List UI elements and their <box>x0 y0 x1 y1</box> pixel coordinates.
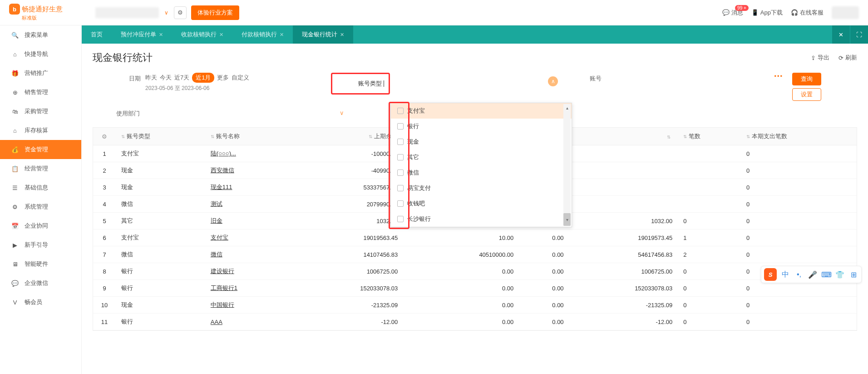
checkbox[interactable] <box>397 216 404 222</box>
account-name-link[interactable]: 微信 <box>211 251 222 258</box>
date-option-2[interactable]: 近7天 <box>174 74 189 82</box>
tab-4[interactable]: 现金银行统计✕ <box>293 25 353 44</box>
checkbox[interactable] <box>397 139 404 145</box>
cell-prev-balance: -10000.00 <box>295 145 404 162</box>
sort-icon[interactable]: ⇅ <box>683 134 687 139</box>
dropdown-option-7[interactable]: 长沙银行 <box>391 211 572 227</box>
tab-2[interactable]: 收款核销执行✕ <box>172 25 232 44</box>
sidebar-item-0[interactable]: 🔍搜索菜单 <box>0 25 81 45</box>
filter-settings-button[interactable]: 设置 <box>792 88 821 101</box>
account-name-link[interactable]: 现金111 <box>211 184 232 190</box>
tab-0[interactable]: 首页 <box>82 25 112 44</box>
ime-toolbar[interactable]: S 中 •, 🎤 ⌨ 👕 ⊞ <box>761 266 862 283</box>
sort-icon[interactable]: ⇅ <box>746 134 750 139</box>
sidebar-item-12[interactable]: 🖥智能硬件 <box>0 254 81 274</box>
date-option-3[interactable]: 近1月 <box>192 73 214 83</box>
sort-icon[interactable]: ⇅ <box>369 134 372 139</box>
checkbox[interactable] <box>397 154 404 160</box>
sidebar-item-13[interactable]: 💬企业微信 <box>0 274 81 293</box>
dept-input[interactable] <box>144 107 335 118</box>
tab-close-icon[interactable]: ✕ <box>159 32 163 38</box>
tab-close-icon[interactable]: ✕ <box>340 32 344 38</box>
sidebar-item-6[interactable]: 💰资金管理 <box>0 140 81 159</box>
column-header-3[interactable]: ⇅上期余额 <box>295 128 404 145</box>
customer-service-link[interactable]: 🎧 在线客服 <box>791 9 824 17</box>
more-filters-button[interactable]: ••• <box>774 73 783 80</box>
column-header-1[interactable]: ⇅账号类型 <box>116 128 205 145</box>
date-option-0[interactable]: 昨天 <box>145 74 157 82</box>
user-avatar-blurred[interactable] <box>832 6 859 19</box>
ime-toolbox-icon[interactable]: ⊞ <box>848 269 858 279</box>
account-name-link[interactable]: 支付宝 <box>211 234 228 241</box>
ime-keyboard-icon[interactable]: ⌨ <box>821 269 831 279</box>
checkbox[interactable] <box>397 108 404 114</box>
ime-punct-icon[interactable]: •, <box>794 269 804 279</box>
table-settings-icon[interactable]: ⚙ <box>102 133 107 140</box>
column-header-8[interactable]: ⇅本期支出笔数 <box>741 128 857 145</box>
account-name-link[interactable]: 测试 <box>211 200 222 207</box>
sidebar-item-7[interactable]: 📋经营管理 <box>0 159 81 178</box>
account-name-link[interactable]: 西安微信 <box>211 167 234 174</box>
app-download-link[interactable]: 📱 App下载 <box>751 9 783 17</box>
account-name-link[interactable]: 旧金 <box>211 217 222 224</box>
sidebar-item-8[interactable]: ☰基础信息 <box>0 178 81 197</box>
sidebar-item-2[interactable]: 🎁营销推广 <box>0 64 81 83</box>
ime-lang-label[interactable]: 中 <box>780 269 790 279</box>
sidebar-item-11[interactable]: ▶新手引导 <box>0 235 81 254</box>
account-name-link[interactable]: AAA <box>211 319 222 325</box>
export-button[interactable]: ⇪导出 <box>811 54 829 62</box>
checkbox[interactable] <box>397 170 404 176</box>
sidebar-item-9[interactable]: ⚙系统管理 <box>0 197 81 216</box>
dropdown-option-2[interactable]: 现金 <box>391 134 572 150</box>
sort-icon[interactable]: ⇅ <box>211 134 214 139</box>
column-header-0[interactable]: ⚙ <box>93 128 116 145</box>
scroll-down-icon[interactable]: ▾ <box>563 213 571 226</box>
query-button[interactable]: 查询 <box>792 73 821 85</box>
account-name-link[interactable]: 陆(○○○)... <box>211 150 236 157</box>
date-option-1[interactable]: 今天 <box>160 74 172 82</box>
tab-3[interactable]: 付款核销执行✕ <box>232 25 293 44</box>
account-name-link[interactable]: 建设银行 <box>211 268 234 274</box>
sidebar-item-1[interactable]: ⌂快捷导航 <box>0 45 81 64</box>
close-all-tabs-button[interactable]: ✕ <box>832 25 850 44</box>
refresh-button[interactable]: ⟳刷新 <box>838 54 857 62</box>
tab-close-icon[interactable]: ✕ <box>219 32 223 38</box>
column-header-7[interactable]: ⇅笔数 <box>678 128 741 145</box>
account-name-link[interactable]: 工商银行1 <box>211 284 237 291</box>
dropdown-option-0[interactable]: 支付宝 <box>391 103 572 119</box>
scroll-up-icon[interactable]: ▴ <box>563 104 571 111</box>
sidebar-item-5[interactable]: ⌂库存核算 <box>0 121 81 140</box>
fullscreen-button[interactable]: ⛶ <box>850 25 868 44</box>
dropdown-option-3[interactable]: 其它 <box>391 150 572 165</box>
messages-link[interactable]: 💬 消息 99 + <box>722 9 743 17</box>
account-type-filter[interactable]: 账号类型 <box>331 73 390 95</box>
sort-icon[interactable]: ⇅ <box>667 135 671 140</box>
ime-skin-icon[interactable]: 👕 <box>835 269 845 279</box>
dept-dropdown-caret[interactable]: ∨ <box>340 110 344 116</box>
account-type-collapse-icon[interactable]: ∧ <box>548 76 558 86</box>
sort-icon[interactable]: ⇅ <box>121 134 125 139</box>
checkbox[interactable] <box>397 200 404 207</box>
sidebar-item-3[interactable]: ⊕销售管理 <box>0 83 81 102</box>
checkbox[interactable] <box>397 185 404 191</box>
sidebar-item-10[interactable]: 📅企业协同 <box>0 216 81 235</box>
account-name-link[interactable]: 中国银行 <box>211 301 234 308</box>
column-header-6[interactable]: ⇅ <box>569 128 678 145</box>
tab-1[interactable]: 预付冲应付单✕ <box>112 25 172 44</box>
company-dropdown-caret[interactable]: ∨ <box>164 10 168 16</box>
tab-close-icon[interactable]: ✕ <box>280 32 284 38</box>
column-header-2[interactable]: ⇅账号名称 <box>205 128 295 145</box>
settings-gear-button[interactable]: ⚙ <box>174 6 187 19</box>
date-option-5[interactable]: 自定义 <box>232 74 249 82</box>
dropdown-option-6[interactable]: 收钱吧 <box>391 196 572 211</box>
trial-button[interactable]: 体验行业方案 <box>191 5 239 20</box>
sidebar-item-14[interactable]: V畅会员 <box>0 293 81 312</box>
sidebar-item-4[interactable]: 🛍采购管理 <box>0 102 81 121</box>
ime-mic-icon[interactable]: 🎤 <box>808 269 818 279</box>
date-option-4[interactable]: 更多 <box>217 74 229 82</box>
dropdown-option-4[interactable]: 微信 <box>391 165 572 180</box>
dropdown-option-1[interactable]: 银行 <box>391 119 572 134</box>
checkbox[interactable] <box>397 123 404 130</box>
dropdown-option-5[interactable]: 易宝支付 <box>391 180 572 196</box>
dropdown-scrollbar[interactable] <box>563 104 571 226</box>
